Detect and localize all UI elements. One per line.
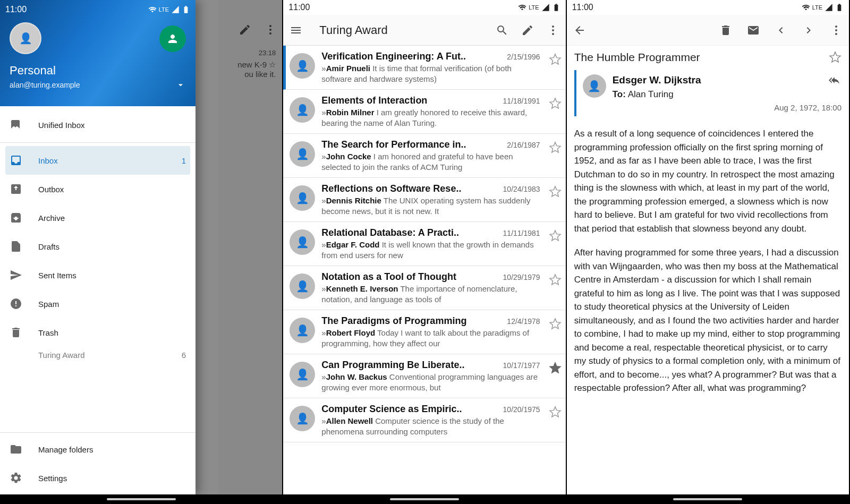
prev-icon[interactable] <box>775 24 787 37</box>
wifi-icon <box>148 5 157 14</box>
status-bar: 11:00 LTE <box>567 0 849 15</box>
folder-sent[interactable]: Sent Items <box>0 261 196 289</box>
folder-turing-award[interactable]: Turing Award 6 <box>0 347 196 363</box>
folder-spam[interactable]: Spam <box>0 289 196 318</box>
back-icon[interactable] <box>573 24 586 37</box>
star-icon[interactable] <box>549 406 562 418</box>
star-icon[interactable] <box>549 185 562 198</box>
sender-avatar[interactable]: 👤 <box>290 318 315 343</box>
nav-bar <box>0 494 282 504</box>
date: 10/17/1977 <box>503 361 540 370</box>
subject: Relational Database: A Practi.. <box>321 227 498 238</box>
message-toolbar <box>567 15 849 46</box>
sender-avatar[interactable]: 👤 <box>290 362 315 387</box>
sender-avatar[interactable]: 👤 <box>290 141 315 167</box>
list-toolbar: Turing Award <box>283 15 565 46</box>
sender-avatar[interactable]: 👤 <box>583 74 606 98</box>
inbox-icon <box>10 154 22 167</box>
date: 10/24/1983 <box>503 185 540 193</box>
message-row[interactable]: 👤Notation as a Tool of Thought10/29/1979… <box>283 266 565 310</box>
subject: The Search for Performance in.. <box>321 139 503 150</box>
message-row[interactable]: 👤Computer Science as Empiric..10/20/1975… <box>283 398 565 442</box>
gear-icon <box>10 472 22 484</box>
date: 10/29/1979 <box>503 273 540 281</box>
star-icon[interactable] <box>549 53 562 66</box>
folder-list: Unified Inbox Inbox 1 Outbox Archive <box>0 106 196 432</box>
nav-bar <box>283 494 565 504</box>
preview: »John W. Backus Conventional programming… <box>321 372 540 392</box>
reply-all-icon[interactable] <box>827 75 842 86</box>
star-icon[interactable] <box>549 318 562 330</box>
nav-drawer: 11:00 LTE 👤 Personal alan@turing.example <box>0 0 196 494</box>
folder-drafts[interactable]: Drafts <box>0 232 196 261</box>
message-list[interactable]: 👤Verification Engineering: A Fut..2/15/1… <box>283 46 565 494</box>
search-icon[interactable] <box>496 24 508 37</box>
panel-message: 11:00 LTE The Humble Programmer 👤 Edsger… <box>567 0 850 504</box>
account-avatar[interactable]: 👤 <box>10 22 41 54</box>
star-icon[interactable] <box>829 51 842 64</box>
more-icon[interactable] <box>547 24 559 37</box>
nav-bar <box>567 494 849 504</box>
sender-avatar[interactable]: 👤 <box>290 185 315 211</box>
subject: Verification Engineering: A Fut.. <box>321 51 503 62</box>
folder-unified[interactable]: Unified Inbox <box>0 110 196 139</box>
battery-icon <box>552 3 560 12</box>
date: 2/16/1987 <box>507 141 540 149</box>
wifi-icon <box>802 3 810 12</box>
message-view[interactable]: The Humble Programmer 👤 Edsger W. Dijkst… <box>567 46 849 494</box>
date: 2/15/1996 <box>507 53 540 61</box>
message-subject: The Humble Programmer <box>574 51 822 64</box>
star-icon[interactable] <box>549 141 562 154</box>
folder-title: Turing Award <box>319 23 482 37</box>
message-row[interactable]: 👤Reflections on Software Rese..10/24/198… <box>283 178 565 222</box>
send-icon <box>10 269 22 281</box>
folder-trash[interactable]: Trash <box>0 318 196 347</box>
account-switcher[interactable]: alan@turing.example <box>10 80 186 90</box>
outbox-icon <box>10 183 22 195</box>
sender-avatar[interactable]: 👤 <box>290 53 315 79</box>
folder-outbox[interactable]: Outbox <box>0 175 196 203</box>
network-label: LTE <box>812 4 822 11</box>
sender-avatar[interactable]: 👤 <box>290 229 315 255</box>
next-icon[interactable] <box>802 24 815 37</box>
menu-icon[interactable] <box>290 24 302 37</box>
svg-point-3 <box>552 25 554 28</box>
message-row[interactable]: 👤The Paradigms of Programming12/4/1978»R… <box>283 310 565 354</box>
message-body: As a result of a long sequence of coinci… <box>574 127 842 395</box>
folder-inbox[interactable]: Inbox 1 <box>5 146 190 175</box>
more-icon[interactable] <box>830 24 843 37</box>
message-header: 👤 Edsger W. Dijkstra To: Alan Turing Aug… <box>574 70 842 116</box>
svg-point-8 <box>835 33 837 35</box>
sender-avatar[interactable]: 👤 <box>290 406 315 431</box>
folder-archive[interactable]: Archive <box>0 203 196 232</box>
message-row[interactable]: 👤Elements of Interaction11/18/1991»Robin… <box>283 90 565 134</box>
delete-icon[interactable] <box>719 24 732 37</box>
message-row[interactable]: 👤Can Programming Be Liberate..10/17/1977… <box>283 354 565 398</box>
message-row[interactable]: 👤Verification Engineering: A Fut..2/15/1… <box>283 46 565 90</box>
message-date: Aug 2, 1972, 18:00 <box>613 103 842 112</box>
signal-icon <box>171 5 180 14</box>
subject: Notation as a Tool of Thought <box>321 271 498 283</box>
dropdown-icon <box>175 80 186 90</box>
star-icon[interactable] <box>549 97 562 110</box>
preview: »John Cocke I am honored and grateful to… <box>321 151 540 172</box>
mark-unread-icon[interactable] <box>747 24 760 37</box>
sender-avatar[interactable]: 👤 <box>290 97 315 123</box>
sender-avatar[interactable]: 👤 <box>290 274 315 299</box>
message-row[interactable]: 👤The Search for Performance in..2/16/198… <box>283 134 565 178</box>
star-icon[interactable] <box>549 274 562 286</box>
star-icon[interactable] <box>549 229 562 242</box>
add-account-button[interactable] <box>159 25 186 52</box>
account-name: Personal <box>10 64 186 78</box>
message-row[interactable]: 👤Relational Database: A Practi..11/11/19… <box>283 222 565 266</box>
preview: »Allen Newell Computer science is the st… <box>321 416 540 437</box>
manage-folders[interactable]: Manage folders <box>0 435 196 464</box>
subject: Can Programming Be Liberate.. <box>321 360 498 371</box>
preview: »Edgar F. Codd It is well known that the… <box>321 240 540 260</box>
settings[interactable]: Settings <box>0 464 196 492</box>
spam-icon <box>10 297 22 310</box>
compose-icon[interactable] <box>521 24 534 37</box>
drawer-header: 11:00 LTE 👤 Personal alan@turing.example <box>0 0 196 106</box>
account-email: alan@turing.example <box>10 81 80 89</box>
star-icon[interactable] <box>549 362 562 374</box>
